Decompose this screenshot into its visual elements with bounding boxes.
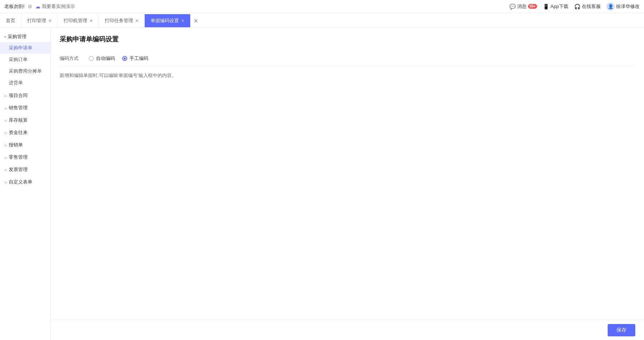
- tab-print-mgmt-label: 打印管理: [27, 17, 46, 24]
- sidebar-group-label-inventory: 库存核算: [9, 117, 28, 124]
- user-name: 徐泽华修改: [616, 3, 640, 10]
- sidebar-group-label-fund: 资金往来: [9, 129, 28, 136]
- tab-printer-mgmt[interactable]: 打印机管理 ✕: [58, 14, 99, 27]
- sidebar-group-project-contract: › 项目合同: [0, 89, 51, 101]
- avatar: [607, 3, 615, 11]
- sidebar-group-title-custom-forms[interactable]: › 自定义表单: [0, 176, 51, 187]
- chevron-right-icon: ›: [4, 155, 7, 160]
- sidebar-group-title-fund[interactable]: › 资金往来: [0, 126, 51, 138]
- online-service-label: 在线客服: [582, 3, 601, 10]
- auto-code-option[interactable]: 自动编码: [89, 55, 115, 62]
- sidebar-group-label-project-contract: 项目合同: [9, 92, 28, 99]
- sidebar-item-purchase-request[interactable]: 采购申请单: [0, 42, 51, 54]
- sidebar-group-custom-forms: › 自定义表单: [0, 176, 51, 187]
- sidebar-group-inventory: › 库存核算: [0, 114, 51, 126]
- tab-print-mgmt[interactable]: 打印管理 ✕: [21, 14, 58, 27]
- sidebar-group-title-purchase-mgmt[interactable]: ▾ 采购管理: [0, 31, 51, 42]
- content-inner: 采购申请单编码设置 编码方式 自动编码 手工编码 新增和编辑单据时,可以编辑'单…: [51, 28, 644, 320]
- chevron-down-icon: ▾: [4, 35, 6, 39]
- coding-method-radio-group: 自动编码 手工编码: [89, 55, 148, 62]
- close-print-mgmt-tab[interactable]: ✕: [48, 19, 52, 23]
- messages-badge: 99+: [528, 4, 537, 9]
- sidebar-item-label-inbound: 进货单: [9, 80, 23, 85]
- sidebar-group-title-project-contract[interactable]: › 项目合同: [0, 89, 51, 101]
- service-icon: [574, 4, 580, 9]
- online-service-button[interactable]: 在线客服: [574, 3, 601, 10]
- top-bar: 老板勿割! 我要看实例演示 消息 99+ App下载 在线客服 徐泽华修改: [0, 0, 644, 13]
- tab-print-task-mgmt[interactable]: 打印任务管理 ✕: [99, 14, 145, 27]
- close-barcode-settings-tab[interactable]: ✕: [181, 19, 184, 23]
- sidebar-group-sales-mgmt: › 销售管理: [0, 102, 51, 113]
- sidebar-group-title-inventory[interactable]: › 库存核算: [0, 114, 51, 126]
- chevron-right-icon: ›: [4, 179, 7, 185]
- app-download-label: App下载: [551, 3, 568, 10]
- top-bar-left: 老板勿割! 我要看实例演示: [4, 3, 75, 10]
- top-bar-right: 消息 99+ App下载 在线客服 徐泽华修改: [509, 3, 640, 11]
- sidebar-group-label-returns: 报销单: [9, 142, 23, 148]
- coding-method-label: 编码方式: [60, 55, 89, 62]
- messages-label: 消息: [517, 3, 527, 10]
- page-title: 采购申请单编码设置: [60, 35, 635, 44]
- close-printer-mgmt-tab[interactable]: ✕: [89, 19, 93, 23]
- tab-print-task-mgmt-label: 打印任务管理: [105, 17, 133, 24]
- brand-label: 老板勿割!: [4, 3, 25, 10]
- app-icon: [543, 4, 549, 9]
- manual-code-radio[interactable]: [122, 56, 127, 61]
- sidebar-item-label-purchase-order: 采购订单: [9, 57, 28, 62]
- sidebar-group-title-retail[interactable]: › 零售管理: [0, 151, 51, 163]
- sidebar-group-purchase-mgmt: ▾ 采购管理 采购申请单 采购订单 采购费用分摊单 进货单: [0, 31, 51, 89]
- tab-bar: 首页 打印管理 ✕ 打印机管理 ✕ 打印任务管理 ✕ 单据编码设置 ✕ ✕: [0, 13, 644, 28]
- sidebar-item-purchase-expense[interactable]: 采购费用分摊单: [0, 65, 51, 77]
- sidebar-group-label-retail: 零售管理: [9, 154, 28, 161]
- user-info[interactable]: 徐泽华修改: [607, 3, 640, 11]
- sidebar-item-purchase-order[interactable]: 采购订单: [0, 54, 51, 65]
- messages-button[interactable]: 消息 99+: [509, 3, 537, 10]
- chevron-right-icon: ›: [4, 142, 7, 148]
- sidebar-group-label-purchase-mgmt: 采购管理: [8, 33, 27, 40]
- message-icon: [509, 4, 516, 9]
- close-print-task-tab[interactable]: ✕: [135, 19, 139, 23]
- sidebar-group-fund: › 资金往来: [0, 126, 51, 138]
- settings-icon[interactable]: [28, 4, 32, 9]
- sidebar-item-label-purchase-expense: 采购费用分摊单: [9, 68, 42, 74]
- sidebar-group-label-custom-forms: 自定义表单: [9, 179, 32, 185]
- sidebar-group-invoice: › 发票管理: [0, 163, 51, 175]
- sidebar-group-title-returns[interactable]: › 报销单: [0, 139, 51, 150]
- tab-barcode-settings-label: 单据编码设置: [151, 17, 179, 24]
- auto-code-radio[interactable]: [89, 56, 94, 61]
- tab-home-label: 首页: [6, 17, 15, 24]
- tab-barcode-settings[interactable]: 单据编码设置 ✕: [145, 14, 191, 27]
- coding-method-row: 编码方式 自动编码 手工编码: [60, 51, 635, 66]
- tab-home[interactable]: 首页: [0, 14, 21, 27]
- chevron-right-icon: ›: [4, 105, 7, 111]
- tab-printer-mgmt-label: 打印机管理: [64, 17, 87, 24]
- auto-code-label: 自动编码: [96, 55, 115, 62]
- sidebar: ▾ 采购管理 采购申请单 采购订单 采购费用分摊单 进货单 › 项目合同: [0, 28, 51, 340]
- close-all-tabs[interactable]: ✕: [191, 14, 201, 27]
- sidebar-item-label-purchase-request: 采购申请单: [9, 45, 32, 50]
- search-bar[interactable]: 我要看实例演示: [35, 3, 75, 10]
- sidebar-group-title-invoice[interactable]: › 发票管理: [0, 163, 51, 175]
- chevron-right-icon: ›: [4, 130, 7, 135]
- app-download-button[interactable]: App下载: [543, 3, 568, 10]
- chevron-right-icon: ›: [4, 167, 7, 173]
- sidebar-group-label-sales-mgmt: 销售管理: [9, 105, 28, 111]
- sidebar-group-title-sales-mgmt[interactable]: › 销售管理: [0, 102, 51, 113]
- chevron-right-icon: ›: [4, 118, 7, 123]
- content-footer: 保存: [51, 320, 644, 340]
- cloud-icon: [35, 4, 40, 9]
- hint-text: 新增和编辑单据时,可以编辑'单据编号'输入框中的内容。: [60, 72, 635, 79]
- sidebar-group-returns: › 报销单: [0, 139, 51, 150]
- chevron-right-icon: ›: [4, 93, 7, 98]
- manual-code-option[interactable]: 手工编码: [122, 55, 148, 62]
- user-icon: [608, 4, 613, 9]
- main-layout: ▾ 采购管理 采购申请单 采购订单 采购费用分摊单 进货单 › 项目合同: [0, 28, 644, 340]
- sidebar-group-label-invoice: 发票管理: [9, 166, 28, 173]
- sidebar-group-retail: › 零售管理: [0, 151, 51, 163]
- content-area: 采购申请单编码设置 编码方式 自动编码 手工编码 新增和编辑单据时,可以编辑'单…: [51, 28, 644, 340]
- manual-code-label: 手工编码: [129, 55, 148, 62]
- sidebar-item-inbound[interactable]: 进货单: [0, 77, 51, 89]
- search-text: 我要看实例演示: [42, 3, 75, 10]
- save-button[interactable]: 保存: [608, 324, 635, 336]
